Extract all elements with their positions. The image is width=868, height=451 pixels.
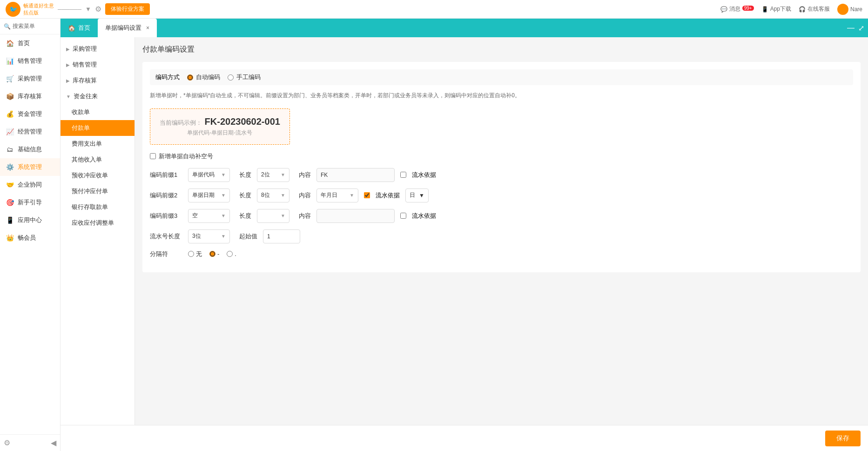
sub-menu-expense[interactable]: 费用支出单 bbox=[61, 136, 135, 152]
length3-select[interactable]: ▼ bbox=[257, 209, 289, 223]
messages-item[interactable]: 💬 消息 99+ bbox=[720, 5, 754, 13]
headset-icon: 🎧 bbox=[799, 6, 806, 13]
message-icon: 💬 bbox=[720, 6, 727, 13]
collapse-icon[interactable]: ◀ bbox=[51, 438, 56, 447]
top-bar-right: 💬 消息 99+ 📱 App下载 🎧 在线客服 Nare bbox=[720, 4, 862, 15]
length1-select[interactable]: 2位 ▼ bbox=[257, 168, 289, 182]
content-wrapper: 🏠 首页 单据编码设置 × — ⤢ ▶ 采购管理 bbox=[61, 19, 868, 451]
sidebar-item-appcenter[interactable]: 📱 应用中心 bbox=[0, 211, 60, 229]
sidebar-item-enterprise[interactable]: 🤝 企业协同 bbox=[0, 176, 60, 194]
sub-menu-ar-ap-adjust[interactable]: 应收应付调整单 bbox=[61, 215, 135, 231]
sub-menu-receipt[interactable]: 收款单 bbox=[61, 104, 135, 120]
home-tab-icon: 🏠 bbox=[68, 25, 75, 32]
sidebar-item-label: 新手引导 bbox=[18, 198, 42, 207]
settings-icon[interactable]: ⚙ bbox=[95, 5, 101, 13]
sales-icon: 📊 bbox=[6, 57, 14, 65]
purchase-icon: 🛒 bbox=[6, 74, 14, 83]
sep-dot-radio[interactable] bbox=[227, 251, 233, 257]
content1-input[interactable] bbox=[316, 168, 395, 182]
sidebar-item-purchase[interactable]: 🛒 采购管理 bbox=[0, 70, 60, 88]
tab-home[interactable]: 🏠 首页 bbox=[61, 19, 98, 37]
trial-button[interactable]: 体验行业方案 bbox=[105, 3, 150, 15]
tab-maximize-button[interactable]: ⤢ bbox=[858, 24, 864, 33]
sub-menu-bank-deposit[interactable]: 银行存取款单 bbox=[61, 199, 135, 215]
length3-label: 长度 bbox=[239, 212, 251, 220]
dropdown-arrow-icon: ▼ bbox=[221, 234, 226, 239]
dropdown-arrow-icon: ▼ bbox=[221, 213, 226, 218]
main-content: 付款单编码设置 编码方式 自动编码 手工编码 bbox=[135, 37, 868, 425]
start-value-input[interactable] bbox=[263, 229, 300, 243]
settings-bottom-icon[interactable]: ⚙ bbox=[4, 438, 10, 447]
dropdown-icon[interactable]: ▼ bbox=[85, 6, 91, 13]
tab-minimize-button[interactable]: — bbox=[847, 24, 855, 32]
sep-dot-option[interactable]: . bbox=[227, 250, 236, 257]
bottom-bar: 保存 bbox=[61, 425, 868, 451]
sep-dash-radio[interactable] bbox=[209, 251, 215, 257]
serial2-checkbox[interactable] bbox=[364, 192, 370, 198]
sidebar-item-system[interactable]: ⚙️ 系统管理 bbox=[0, 158, 60, 176]
sidebar-item-label: 资金管理 bbox=[18, 110, 42, 118]
arrow-right-icon: ▶ bbox=[66, 78, 70, 83]
sidebar-item-sales[interactable]: 📊 销售管理 bbox=[0, 52, 60, 70]
serial1-checkbox[interactable] bbox=[400, 172, 406, 178]
sub-menu-other-income[interactable]: 其他收入单 bbox=[61, 152, 135, 168]
sidebar-item-basic[interactable]: 🗂 基础信息 bbox=[0, 141, 60, 158]
serial3-checkbox[interactable] bbox=[400, 213, 406, 219]
sep-none-option[interactable]: 无 bbox=[188, 250, 202, 258]
appcenter-icon: 📱 bbox=[6, 216, 14, 224]
separator-row: 分隔符 无 - . bbox=[150, 250, 853, 258]
sidebar-item-member[interactable]: 👑 畅会员 bbox=[0, 229, 60, 247]
separator-label: 分隔符 bbox=[150, 250, 182, 258]
operations-icon: 📈 bbox=[6, 128, 14, 136]
sub-menu-payment[interactable]: 付款单 bbox=[61, 120, 135, 136]
prefix3-select[interactable]: 空 ▼ bbox=[188, 209, 230, 223]
dropdown-arrow-icon: ▼ bbox=[419, 192, 424, 199]
day-select[interactable]: 日 ▼ bbox=[405, 188, 429, 202]
online-service-item[interactable]: 🎧 在线客服 bbox=[799, 5, 830, 13]
auto-fill-row: 新增单据自动补空号 bbox=[150, 152, 853, 161]
sub-menu-prepay-payable[interactable]: 预付冲应付单 bbox=[61, 183, 135, 199]
app-download-item[interactable]: 📱 App下载 bbox=[761, 5, 791, 13]
system-icon: ⚙️ bbox=[6, 163, 14, 171]
tab-close-icon[interactable]: × bbox=[146, 25, 149, 31]
auto-encoding-radio[interactable] bbox=[187, 74, 193, 81]
user-profile[interactable]: Nare bbox=[837, 4, 862, 15]
length2-select[interactable]: 8位 ▼ bbox=[257, 188, 289, 202]
prefix1-row: 编码前缀1 单据代码 ▼ 长度 2位 ▼ 内容 流水依据 bbox=[150, 168, 853, 182]
top-bar-actions: ────── ▼ ⚙ 体验行业方案 bbox=[58, 3, 150, 15]
sidebar-item-label: 经营管理 bbox=[18, 128, 42, 136]
sidebar-item-inventory[interactable]: 📦 库存核算 bbox=[0, 88, 60, 105]
sub-menu-inventory-title[interactable]: ▶ 库存核算 bbox=[61, 73, 135, 88]
prefix1-select[interactable]: 单据代码 ▼ bbox=[188, 168, 230, 182]
content3-input[interactable] bbox=[316, 209, 395, 223]
serial-len-select[interactable]: 3位 ▼ bbox=[188, 229, 230, 243]
length2-label: 长度 bbox=[239, 191, 251, 200]
sep-dash-option[interactable]: - bbox=[209, 250, 219, 257]
sidebar-item-newguide[interactable]: 🎯 新手引导 bbox=[0, 194, 60, 211]
sub-menu-finance-title[interactable]: ▼ 资金往来 bbox=[61, 88, 135, 104]
left-sidebar: 🔍 搜索菜单 🏠 首页 📊 销售管理 🛒 采购管理 📦 库存核算 💰 bbox=[0, 19, 61, 451]
sub-menu-prepay-receivable[interactable]: 预收冲应收单 bbox=[61, 168, 135, 183]
sub-menu-sales-title[interactable]: ▶ 销售管理 bbox=[61, 57, 135, 73]
search-icon: 🔍 bbox=[4, 23, 11, 30]
logo-text: 畅通道好生意 括点版 bbox=[23, 2, 54, 16]
save-button[interactable]: 保存 bbox=[825, 431, 861, 446]
sidebar-item-finance[interactable]: 💰 资金管理 bbox=[0, 105, 60, 123]
sub-menu-purchase-title[interactable]: ▶ 采购管理 bbox=[61, 41, 135, 57]
sub-menu-purchase-group: ▶ 采购管理 bbox=[61, 41, 135, 57]
auto-encoding-label[interactable]: 自动编码 bbox=[187, 73, 220, 81]
sidebar-search[interactable]: 🔍 搜索菜单 bbox=[0, 19, 60, 34]
sep-none-radio[interactable] bbox=[188, 251, 194, 257]
info-text: 新增单据时，*单据编码*自动生成，不可编辑。前缀设置为部门、业务员等档案类，开单… bbox=[150, 91, 853, 101]
tab-encoding-settings[interactable]: 单据编码设置 × bbox=[98, 19, 157, 37]
sub-menu-sales-group: ▶ 销售管理 bbox=[61, 57, 135, 73]
sidebar-item-home[interactable]: 🏠 首页 bbox=[0, 34, 60, 52]
sidebar-item-operations[interactable]: 📈 经营管理 bbox=[0, 123, 60, 141]
content2-select[interactable]: 年月日 ▼ bbox=[316, 188, 358, 202]
manual-encoding-radio[interactable] bbox=[228, 74, 234, 81]
auto-fill-checkbox[interactable] bbox=[150, 153, 156, 159]
manual-encoding-label[interactable]: 手工编码 bbox=[228, 73, 261, 81]
prefix2-select[interactable]: 单据日期 ▼ bbox=[188, 188, 230, 202]
start-value-label: 起始值 bbox=[239, 232, 257, 241]
separator-options: 无 - . bbox=[188, 250, 236, 258]
